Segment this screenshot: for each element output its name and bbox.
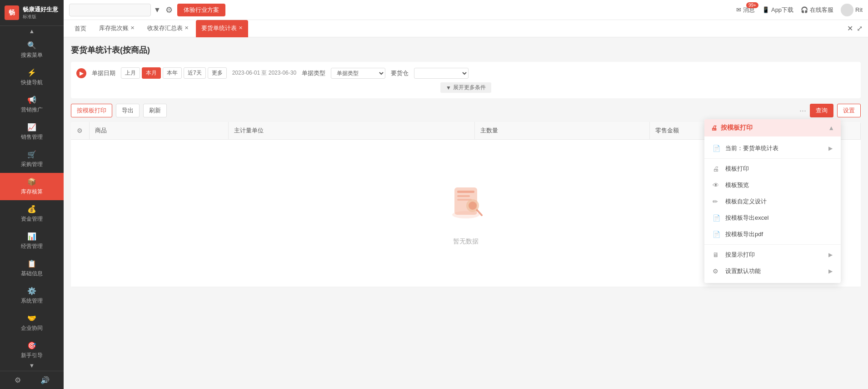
dropdown-item-label: 模板自定义设计	[725, 197, 767, 206]
logo-icon: 畅	[5, 5, 19, 20]
dropdown-template-preview[interactable]: 👁 模板预览	[704, 177, 841, 193]
sidebar-item-label: 库存核算	[21, 188, 43, 196]
user-name: Rit	[855, 6, 863, 13]
svg-rect-3	[457, 195, 470, 197]
tabs-bar: 首页 库存批次账 ✕ 收发存汇总表 ✕ 要货单统计表 ✕ ✕ ⤢	[64, 20, 868, 37]
sidebar-item-operations[interactable]: 📊 经营管理	[0, 227, 64, 255]
refresh-btn[interactable]: 刷新	[143, 104, 167, 117]
dropdown-divider-1	[704, 158, 841, 159]
extra-filter-select[interactable]	[414, 68, 469, 79]
sidebar-item-quick-nav[interactable]: ⚡ 快捷导航	[0, 64, 64, 91]
sidebar-item-inventory[interactable]: 📦 库存核算	[0, 173, 64, 200]
display-print-icon: 🖥	[713, 251, 721, 258]
extra-filter-label: 要货仓	[391, 69, 409, 77]
sidebar-nav: 🔍 搜索菜单 ⚡ 快捷导航 📢 营销推广 📈 销售管理 🛒 采购管理 📦 库存核…	[0, 36, 64, 360]
query-btn[interactable]: 查询	[810, 104, 833, 117]
tab-home[interactable]: 首页	[69, 22, 92, 35]
dropdown-default-setting[interactable]: ⚙ 设置默认功能 ▶	[704, 263, 841, 279]
sidebar-item-enterprise[interactable]: 🤝 企业协同	[0, 309, 64, 337]
dropdown-current-item[interactable]: 📄 当前：要货单统计表 ▶	[704, 140, 841, 157]
sidebar-item-guide[interactable]: 🎯 新手引导	[0, 337, 64, 360]
sidebar-item-system[interactable]: ⚙️ 系统管理	[0, 282, 64, 309]
settings-gear-icon[interactable]: ⚙	[165, 5, 173, 15]
date-btn-current-month[interactable]: 本月	[142, 67, 161, 79]
trial-btn[interactable]: 体验行业方案	[177, 4, 225, 16]
dropdown-close-icon[interactable]: ▲	[828, 124, 834, 131]
enterprise-icon: 🤝	[27, 314, 36, 323]
template-excel-icon: 📄	[713, 214, 721, 222]
tab-close-icon[interactable]: ✕	[185, 25, 189, 31]
sidebar-item-finance[interactable]: 💰 资金管理	[0, 200, 64, 227]
sidebar-item-marketing[interactable]: 📢 营销推广	[0, 91, 64, 118]
message-icon: ✉	[736, 6, 741, 13]
more-icon[interactable]: ···	[799, 106, 806, 116]
dropdown-title: 按模板打印	[721, 124, 753, 132]
template-design-icon: ✏	[713, 198, 721, 205]
template-preview-icon: 👁	[713, 182, 721, 189]
gear-icon[interactable]: ▼	[154, 6, 161, 14]
current-arrow-icon: ▶	[828, 145, 833, 152]
tabs-right-controls: ✕ ⤢	[847, 24, 863, 33]
sidebar-item-label: 经营管理	[21, 242, 43, 250]
dropdown-template-excel[interactable]: 📄 按模板导出excel	[704, 210, 841, 226]
tab-close-icon[interactable]: ✕	[239, 25, 243, 31]
type-filter-select[interactable]: 单据类型	[331, 68, 385, 79]
tab-receipt-summary[interactable]: 收发存汇总表 ✕	[142, 20, 194, 37]
settings-icon[interactable]: ⚙	[15, 376, 21, 384]
table-settings-icon[interactable]: ⚙	[77, 127, 83, 134]
toolbar-right: 按模板打印 导出 刷新	[71, 104, 167, 117]
sidebar-item-basics[interactable]: 📋 基础信息	[0, 255, 64, 282]
date-btn-more[interactable]: 更多	[208, 67, 227, 79]
audio-icon[interactable]: 🔊	[40, 376, 50, 384]
sidebar-scroll-down[interactable]: ▼	[0, 360, 64, 371]
messages-badge: 99+	[746, 2, 758, 8]
sidebar-logo: 畅 畅康通好生意 标准版	[0, 0, 64, 26]
col-settings: ⚙	[71, 122, 89, 140]
user-item[interactable]: Rit	[841, 4, 863, 16]
svg-rect-2	[457, 191, 474, 193]
messages-item[interactable]: ✉ 消息 99+	[736, 6, 755, 14]
online-service-item[interactable]: 🎧 在线客服	[801, 6, 833, 14]
date-btn-current-year[interactable]: 本年	[163, 67, 182, 79]
basics-icon: 📋	[27, 259, 36, 268]
dropdown-default-setting-label: 设置默认功能	[725, 267, 761, 275]
search-input[interactable]	[69, 4, 151, 16]
sidebar-item-purchase[interactable]: 🛒 采购管理	[0, 146, 64, 173]
tab-close-icon[interactable]: ✕	[130, 25, 135, 31]
sidebar-item-sales[interactable]: 📈 销售管理	[0, 118, 64, 146]
window-expand-btn[interactable]: ⤢	[857, 24, 863, 33]
toolbar: 按模板打印 导出 刷新 ··· 查询 设置	[71, 104, 861, 117]
expand-more-btn[interactable]: ▼ 展开更多条件	[440, 82, 491, 93]
date-btn-prev-month[interactable]: 上月	[121, 67, 140, 79]
dropdown-template-pdf[interactable]: 📄 按模板导出pdf	[704, 226, 841, 242]
app-download-item[interactable]: 📱 App下载	[762, 6, 793, 14]
avatar	[841, 4, 853, 16]
dropdown-display-print[interactable]: 🖥 按显示打印 ▶	[704, 247, 841, 263]
top-header: ▼ ⚙ 体验行业方案 ✉ 消息 99+ 📱 App下载 🎧 在线客服 Rit	[64, 0, 868, 20]
dropdown-item-label: 按模板导出excel	[725, 214, 768, 222]
window-close-btn[interactable]: ✕	[847, 24, 853, 33]
sidebar-item-label: 采购管理	[21, 161, 43, 168]
date-btn-7days[interactable]: 近7天	[184, 67, 206, 79]
date-range-text: 2023-06-01 至 2023-06-30	[232, 69, 296, 77]
inventory-icon: 📦	[27, 177, 36, 186]
dropdown-template-print[interactable]: 🖨 模板打印	[704, 161, 841, 177]
content-area: 要货单统计表(按商品) ▶ 单据日期 上月 本月 本年 近7天 更多 2023-…	[64, 37, 868, 389]
sidebar-item-label: 销售管理	[21, 133, 43, 141]
print-btn[interactable]: 按模板打印	[71, 104, 112, 117]
default-setting-icon: ⚙	[713, 268, 721, 275]
expand-label: 展开更多条件	[453, 84, 486, 91]
page-title: 要货单统计表(按商品)	[71, 45, 861, 56]
settings-btn[interactable]: 设置	[837, 104, 861, 117]
sales-icon: 📈	[27, 123, 36, 131]
dropdown-template-design[interactable]: ✏ 模板自定义设计	[704, 193, 841, 210]
filter-expand-btn[interactable]: ▶	[76, 68, 86, 78]
expand-row: ▼ 展开更多条件	[76, 82, 855, 93]
sidebar-item-label: 系统管理	[21, 297, 43, 305]
tab-order-stats[interactable]: 要货单统计表 ✕	[196, 20, 248, 37]
sidebar-item-search[interactable]: 🔍 搜索菜单	[0, 36, 64, 64]
guide-icon: 🎯	[27, 341, 36, 350]
export-btn[interactable]: 导出	[116, 104, 140, 117]
sidebar-scroll-up[interactable]: ▲	[0, 26, 64, 36]
tab-batch-account[interactable]: 库存批次账 ✕	[94, 20, 140, 37]
